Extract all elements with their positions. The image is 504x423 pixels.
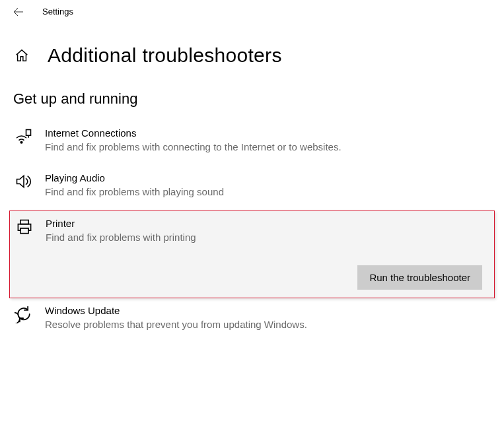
troubleshooter-windows-update[interactable]: Windows Update Resolve problems that pre… bbox=[9, 298, 495, 343]
printer-icon bbox=[15, 218, 34, 236]
item-text: Windows Update Resolve problems that pre… bbox=[45, 305, 489, 331]
item-desc: Find and fix problems with connecting to… bbox=[45, 140, 355, 154]
run-troubleshooter-button[interactable]: Run the troubleshooter bbox=[357, 265, 482, 290]
svg-point-1 bbox=[20, 141, 22, 143]
network-icon bbox=[15, 127, 33, 146]
svg-rect-5 bbox=[20, 228, 28, 234]
app-title: Settings bbox=[42, 7, 73, 16]
item-desc: Find and fix problems with printing bbox=[46, 230, 356, 244]
title-bar: Settings bbox=[0, 0, 504, 23]
item-title: Internet Connections bbox=[45, 127, 489, 139]
page-header: Additional troubleshooters bbox=[0, 23, 504, 82]
update-icon bbox=[15, 305, 33, 323]
item-desc: Resolve problems that prevent you from u… bbox=[45, 317, 355, 331]
speaker-icon bbox=[15, 172, 33, 191]
item-title: Windows Update bbox=[45, 305, 489, 316]
item-text: Playing Audio Find and fix problems with… bbox=[45, 172, 489, 199]
svg-rect-2 bbox=[26, 130, 31, 136]
troubleshooter-printer[interactable]: Printer Find and fix problems with print… bbox=[9, 211, 495, 298]
item-title: Printer bbox=[46, 218, 489, 229]
troubleshooter-list: Internet Connections Find and fix proble… bbox=[0, 121, 504, 343]
section-title: Get up and running bbox=[0, 82, 504, 121]
item-text: Printer Find and fix problems with print… bbox=[46, 218, 489, 244]
troubleshooter-internet-connections[interactable]: Internet Connections Find and fix proble… bbox=[9, 121, 495, 166]
page-title: Additional troubleshooters bbox=[48, 44, 282, 67]
back-icon[interactable] bbox=[13, 7, 24, 16]
item-desc: Find and fix problems with playing sound bbox=[45, 185, 355, 199]
item-title: Playing Audio bbox=[45, 172, 489, 183]
item-text: Internet Connections Find and fix proble… bbox=[45, 127, 489, 154]
svg-rect-4 bbox=[20, 220, 28, 224]
troubleshooter-playing-audio[interactable]: Playing Audio Find and fix problems with… bbox=[9, 166, 495, 211]
home-icon[interactable] bbox=[15, 48, 29, 63]
